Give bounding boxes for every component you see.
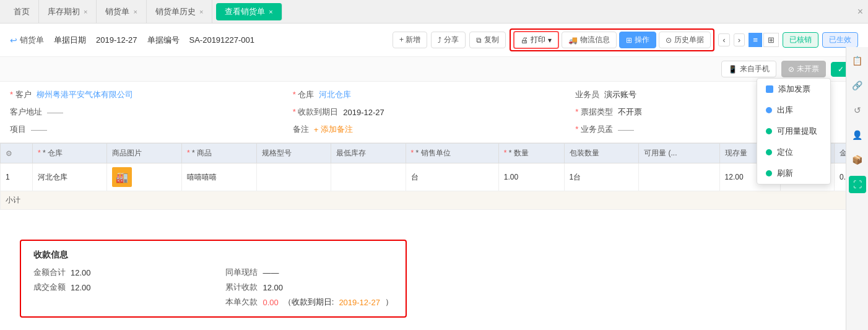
salesman-label: 业务员孟 bbox=[575, 124, 613, 135]
current-due-label: 本单欠款 bbox=[225, 297, 258, 308]
salesman-value: —— bbox=[618, 125, 634, 134]
product-image: 🏭 bbox=[112, 167, 132, 187]
highlight-box: 🖨 打印 ▾ 🚚 物流信息 ⊞ 操作 ⊙ 历史单据 bbox=[510, 28, 714, 51]
print-label: 打印 bbox=[531, 35, 545, 45]
customer-value[interactable]: 柳州粤港平安气体有限公司 bbox=[37, 89, 133, 100]
tab-sales-history[interactable]: 销货单历史 × bbox=[147, 0, 212, 24]
project-label: 项目 bbox=[10, 124, 26, 135]
ops-button[interactable]: ⊞ 操作 bbox=[619, 32, 656, 48]
history-button[interactable]: ⊙ 历史单据 bbox=[659, 32, 711, 48]
tab-sales-close[interactable]: × bbox=[133, 8, 137, 15]
transaction-row: 成交金额 12.00 bbox=[33, 282, 201, 293]
sidebar-icon-2[interactable]: 🔗 bbox=[849, 77, 866, 94]
same-order-row: 同单现结 —— bbox=[225, 267, 393, 278]
not-open-label: 未开票 bbox=[797, 64, 819, 74]
th-min-stock: 最低库存 bbox=[331, 144, 406, 163]
sidebar-icon-5[interactable]: 📦 bbox=[849, 151, 866, 168]
note-row: 备注 + 添加备注 bbox=[293, 124, 576, 135]
doc-type-label: 销货单 bbox=[20, 35, 44, 46]
not-open-button[interactable]: ⊘ 未开票 bbox=[781, 61, 826, 77]
new-label: + 新增 bbox=[399, 35, 420, 45]
doc-date-value: 2019-12-27 bbox=[96, 35, 137, 45]
tab-sales[interactable]: 销货单 × bbox=[97, 0, 146, 24]
window-close-button[interactable]: × bbox=[857, 6, 863, 17]
sidebar-icon-6[interactable]: ⛶ bbox=[849, 176, 866, 193]
th-settings: ⚙ bbox=[1, 144, 33, 163]
address-value: —— bbox=[47, 108, 63, 117]
sidebar-icon-1[interactable]: 📋 bbox=[849, 52, 866, 69]
refresh-label: 刷新 bbox=[777, 168, 793, 179]
prev-button[interactable]: ‹ bbox=[718, 33, 729, 46]
tab-home-label: 首页 bbox=[14, 6, 30, 17]
sales-table: ⚙ * 仓库 商品图片 * 商品 规格型号 最低库存 * 销售单位 * 数量 包… bbox=[0, 143, 868, 210]
tab-view-sales-label: 查看销货单 bbox=[225, 6, 265, 17]
refresh-icon bbox=[766, 170, 772, 176]
tab-view-sales[interactable]: 查看销货单 × bbox=[216, 3, 282, 20]
table-container: ⚙ * 仓库 商品图片 * 商品 规格型号 最低库存 * 销售单位 * 数量 包… bbox=[0, 143, 868, 233]
print-button[interactable]: 🖨 打印 ▾ bbox=[513, 31, 559, 49]
from-phone-label: 来自手机 bbox=[740, 64, 770, 74]
total-row: 金额合计 12.00 bbox=[33, 267, 201, 278]
ticket-label: 票据类型 bbox=[575, 106, 613, 118]
form-area: 客户 柳州粤港平安气体有限公司 仓库 河北仓库 业务员 演示账号 客户地址 ——… bbox=[0, 82, 868, 143]
share-label: 分享 bbox=[444, 35, 459, 45]
not-open-icon: ⊘ bbox=[788, 65, 794, 74]
logistics-button[interactable]: 🚚 物流信息 bbox=[562, 32, 617, 48]
ops-icon: ⊞ bbox=[626, 36, 632, 45]
same-order-value: —— bbox=[263, 268, 279, 277]
menu-item-outbound[interactable]: 出库 bbox=[757, 100, 830, 121]
tab-home[interactable]: 首页 bbox=[5, 0, 39, 24]
tab-view-sales-close[interactable]: × bbox=[269, 8, 272, 15]
cumulative-row: 累计收款 12.00 bbox=[225, 282, 393, 293]
menu-item-add-invoice[interactable]: 添加发票 bbox=[757, 79, 830, 100]
address-label: 客户地址 bbox=[10, 106, 42, 118]
list-view-button[interactable]: ≡ bbox=[749, 33, 762, 47]
due-note-close: ） bbox=[385, 297, 393, 308]
th-image: 商品图片 bbox=[107, 144, 182, 163]
customer-label: 客户 bbox=[10, 89, 32, 100]
tab-inventory-label: 库存期初 bbox=[48, 6, 80, 17]
add-invoice-icon bbox=[766, 85, 773, 93]
sidebar-icon-4[interactable]: 👤 bbox=[849, 126, 866, 144]
subtotal-row: 小计 bbox=[1, 191, 868, 210]
copy-button[interactable]: ⧉ 复制 bbox=[469, 32, 506, 48]
cumulative-value: 12.00 bbox=[263, 283, 283, 292]
tab-sales-history-close[interactable]: × bbox=[199, 8, 203, 15]
cell-warehouse: 河北仓库 bbox=[32, 163, 107, 191]
doc-toolbar: 📱 来自手机 ⊘ 未开票 ✓ E bbox=[0, 57, 868, 82]
share-icon: ⤴ bbox=[438, 36, 441, 45]
image-icon: 🏭 bbox=[116, 172, 128, 183]
total-label: 金额合计 bbox=[33, 267, 66, 278]
tab-inventory[interactable]: 库存期初 × bbox=[39, 0, 97, 24]
cell-row-num: 1 bbox=[1, 163, 33, 191]
from-phone-button[interactable]: 📱 来自手机 bbox=[721, 61, 776, 77]
share-button[interactable]: ⤴ 分享 bbox=[431, 32, 466, 48]
menu-item-available-qty[interactable]: 可用量提取 bbox=[757, 121, 830, 142]
menu-item-refresh[interactable]: 刷新 bbox=[757, 163, 830, 184]
th-spec: 规格型号 bbox=[256, 144, 331, 163]
dropdown-menu: 添加发票 出库 可用量提取 定位 刷新 bbox=[757, 78, 831, 185]
print-chevron: ▾ bbox=[548, 36, 552, 45]
copy-icon: ⧉ bbox=[476, 36, 482, 45]
note-label: 备注 bbox=[293, 124, 309, 135]
sidebar-icon-3[interactable]: ↺ bbox=[849, 102, 866, 119]
menu-item-locate[interactable]: 定位 bbox=[757, 142, 830, 163]
add-note-button[interactable]: + 添加备注 bbox=[314, 124, 354, 135]
tab-bar: 首页 库存期初 × 销货单 × 销货单历史 × 查看销货单 × × bbox=[0, 0, 868, 24]
effective-status-badge: 已生效 bbox=[822, 32, 858, 48]
cell-available bbox=[639, 163, 719, 191]
warehouse-row: 仓库 河北仓库 bbox=[293, 89, 576, 100]
warehouse-value[interactable]: 河北仓库 bbox=[319, 89, 351, 100]
cell-pack-qty: 1台 bbox=[564, 163, 639, 191]
next-button[interactable]: › bbox=[734, 33, 745, 46]
new-button[interactable]: + 新增 bbox=[393, 32, 427, 48]
view-toggle: ≡ ⊞ bbox=[749, 33, 779, 47]
tab-inventory-close[interactable]: × bbox=[84, 8, 87, 15]
due-date-row: 收款到期日 2019-12-27 bbox=[293, 106, 576, 118]
transaction-label: 成交金额 bbox=[33, 282, 66, 293]
payment-grid: 金额合计 12.00 同单现结 —— 成交金额 12.00 累计收款 12.00… bbox=[33, 267, 393, 308]
outbound-label: 出库 bbox=[777, 105, 793, 116]
current-due-row: 本单欠款 0.00 （收款到期日: 2019-12-27 ） bbox=[225, 297, 393, 308]
grid-view-button[interactable]: ⊞ bbox=[763, 33, 779, 47]
tab-sales-history-label: 销货单历史 bbox=[155, 6, 196, 17]
